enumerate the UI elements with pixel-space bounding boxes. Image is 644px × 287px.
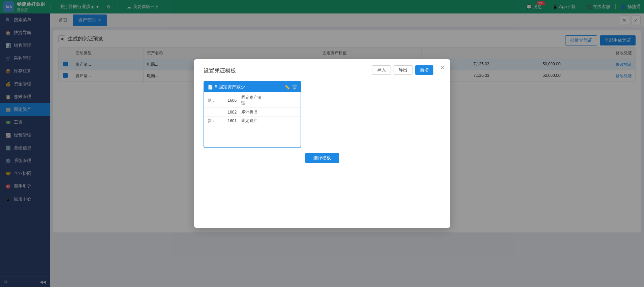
debit-code-2: 1602 xyxy=(228,110,241,115)
import-btn[interactable]: 导入 xyxy=(372,65,391,75)
modal-action-buttons: 导入 导出 新增 xyxy=(372,65,433,75)
template-edit-icon[interactable]: ✏️ xyxy=(284,85,290,90)
template-empty-row-2 xyxy=(204,135,301,146)
template-title: 5-固定资产减少 xyxy=(215,84,245,90)
template-card-title-area: 📄 5-固定资产减少 xyxy=(208,84,245,90)
template-card-body: 借： 1606 固定资产清理 1602 累计折旧 贷： 1601 固定资产 xyxy=(204,92,301,147)
template-card-action-icons: ✏️ 🗑️ xyxy=(284,85,297,90)
modal-overlay: 设置凭证模板 ✕ 导入 导出 新增 📄 5-固定资产减少 ✏️ 🗑️ 借： xyxy=(0,0,644,287)
new-btn[interactable]: 新增 xyxy=(415,65,433,75)
export-btn[interactable]: 导出 xyxy=(394,65,412,75)
select-template-btn[interactable]: 选择模板 xyxy=(305,153,339,163)
debit-label-1: 借： xyxy=(208,98,228,103)
template-delete-icon[interactable]: 🗑️ xyxy=(292,85,297,90)
debit-name-2: 累计折旧 xyxy=(241,109,264,115)
debit-code-1: 1606 xyxy=(228,98,241,103)
modal-set-voucher-template: 设置凭证模板 ✕ 导入 导出 新增 📄 5-固定资产减少 ✏️ 🗑️ 借： xyxy=(194,59,450,228)
template-card: 📄 5-固定资产减少 ✏️ 🗑️ 借： 1606 固定资产清理 xyxy=(204,81,301,148)
debit-name-1: 固定资产清理 xyxy=(241,95,264,106)
credit-name-1: 固定资产 xyxy=(241,118,264,124)
modal-close-btn[interactable]: ✕ xyxy=(440,64,445,71)
template-row-debit-1: 借： 1606 固定资产清理 xyxy=(204,93,301,108)
template-card-header: 📄 5-固定资产减少 ✏️ 🗑️ xyxy=(204,82,301,92)
template-doc-icon: 📄 xyxy=(208,85,213,90)
credit-code-1: 1601 xyxy=(228,119,241,123)
credit-label-1: 贷： xyxy=(208,118,228,124)
template-empty-row xyxy=(204,125,301,135)
template-row-credit-1: 贷： 1601 固定资产 xyxy=(204,117,301,125)
template-row-debit-2: 1602 累计折旧 xyxy=(204,108,301,117)
